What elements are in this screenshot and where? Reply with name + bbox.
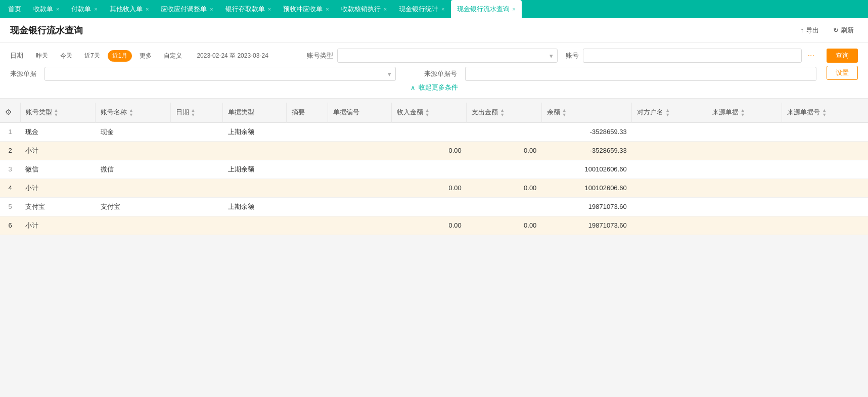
sort-icon-counterparty: ▲▼ [665, 108, 670, 117]
account-input[interactable] [583, 49, 802, 63]
close-icon-receipt[interactable]: × [56, 6, 59, 12]
nav-item-advance-offset[interactable]: 预收冲应收单× [277, 0, 335, 18]
source-doc-cell [707, 141, 782, 160]
account-label: 账号 [566, 51, 579, 60]
counterparty-cell [632, 160, 707, 179]
source-doc-select[interactable]: ▾ [44, 67, 396, 81]
row-number: 6 [0, 216, 20, 235]
row-number: 3 [0, 160, 20, 179]
source-doc-no-cell [782, 160, 868, 179]
close-icon-collect-exec[interactable]: × [384, 6, 387, 12]
close-icon-bank-deposit[interactable]: × [268, 6, 271, 12]
doc-type-cell: 上期余额 [223, 197, 287, 216]
col-header-counterparty[interactable]: 对方户名▲▼ [632, 103, 707, 122]
date-option-近1月[interactable]: 近1月 [108, 50, 132, 62]
date-option-自定义[interactable]: 自定义 [159, 50, 187, 62]
col-header-source_doc_no[interactable]: 来源单据号▲▼ [782, 103, 868, 122]
table-header: ⚙账号类型▲▼账号名称▲▼日期▲▼单据类型摘要单据编号收入金额▲▼支出金额▲▼余… [0, 103, 868, 122]
summary-cell [287, 216, 328, 235]
account-type-select[interactable]: ▾ [337, 49, 558, 63]
table-row: 6小计0.000.0019871073.60 [0, 216, 868, 235]
summary-cell [287, 141, 328, 160]
nav-item-cash-bank-flow[interactable]: 现金银行流水查询× [451, 0, 522, 18]
table-row: 3微信微信上期余额100102606.60 [0, 160, 868, 179]
account-more-button[interactable]: ··· [806, 51, 816, 60]
doc-type-cell [223, 179, 287, 197]
sort-icon-source_doc_no: ▲▼ [822, 108, 827, 117]
date-cell [170, 160, 223, 179]
nav-item-other-income[interactable]: 其他收入单× [104, 0, 155, 18]
col-header-summary: 摘要 [287, 103, 328, 122]
chevron-down-icon: ▾ [550, 52, 553, 60]
col-header-account_type[interactable]: 账号类型▲▼ [20, 103, 96, 122]
close-icon-other-income[interactable]: × [146, 6, 149, 12]
counterparty-cell [632, 122, 707, 141]
gear-icon[interactable]: ⚙ [5, 108, 12, 116]
income-cell [391, 122, 467, 141]
income-cell: 0.00 [391, 216, 467, 235]
collapse-bar[interactable]: ∧ 收起更多条件 [10, 81, 858, 92]
col-header-source_doc[interactable]: 来源单据▲▼ [707, 103, 782, 122]
date-option-更多[interactable]: 更多 [135, 50, 156, 62]
sort-icon-balance: ▲▼ [562, 108, 567, 117]
account-type-cell: 支付宝 [20, 197, 96, 216]
col-header-doc_no: 单据编号 [328, 103, 391, 122]
sort-icon-account_type: ▲▼ [54, 108, 59, 117]
col-header-date[interactable]: 日期▲▼ [170, 103, 223, 122]
source-doc-no-input[interactable] [465, 67, 816, 81]
expense-cell [467, 197, 542, 216]
income-cell [391, 197, 467, 216]
summary-cell [287, 160, 328, 179]
close-icon-ar-ap-adjust[interactable]: × [210, 6, 213, 12]
nav-item-home[interactable]: 首页 [2, 0, 27, 18]
col-header-income[interactable]: 收入金额▲▼ [391, 103, 467, 122]
account-name-cell: 微信 [96, 160, 171, 179]
account-type-label: 账号类型 [307, 51, 333, 60]
balance-cell: 19871073.60 [541, 197, 631, 216]
col-header-account_name[interactable]: 账号名称▲▼ [96, 103, 171, 122]
source-doc-label: 来源单据 [10, 69, 36, 78]
date-filter-label: 日期 [10, 51, 23, 60]
query-button[interactable]: 查询 [827, 49, 858, 63]
date-option-昨天[interactable]: 昨天 [31, 50, 53, 62]
date-cell [170, 122, 223, 141]
expense-cell [467, 122, 542, 141]
expense-cell: 0.00 [467, 179, 542, 197]
balance-cell: 100102606.60 [541, 179, 631, 197]
nav-item-bank-deposit[interactable]: 银行存取款单× [219, 0, 277, 18]
expense-cell: 0.00 [467, 141, 542, 160]
nav-item-collect-exec[interactable]: 收款核销执行× [335, 0, 393, 18]
doc-no-cell [328, 197, 391, 216]
table-row: 1现金现金上期余额-3528659.33 [0, 122, 868, 141]
nav-item-cash-bank-stat[interactable]: 现金银行统计× [393, 0, 450, 18]
summary-cell [287, 197, 328, 216]
nav-item-ar-ap-adjust[interactable]: 应收应付调整单× [155, 0, 219, 18]
nav-item-payment[interactable]: 付款单× [65, 0, 103, 18]
balance-cell: 100102606.60 [541, 160, 631, 179]
date-option-今天[interactable]: 今天 [56, 50, 77, 62]
account-name-cell [96, 141, 171, 160]
close-icon-payment[interactable]: × [94, 6, 97, 12]
expense-cell [467, 160, 542, 179]
close-icon-cash-bank-flow[interactable]: × [513, 6, 516, 12]
refresh-button[interactable]: ↻ 刷新 [829, 24, 858, 37]
close-icon-cash-bank-stat[interactable]: × [441, 6, 444, 12]
account-type-cell: 现金 [20, 122, 96, 141]
date-option-近7天[interactable]: 近7天 [80, 50, 105, 62]
counterparty-cell [632, 197, 707, 216]
col-header-balance[interactable]: 余额▲▼ [541, 103, 631, 122]
table-body: 1现金现金上期余额-3528659.332小计0.000.00-3528659.… [0, 122, 868, 235]
source-doc-cell [707, 122, 782, 141]
refresh-label: 刷新 [841, 26, 854, 35]
nav-item-receipt[interactable]: 收款单× [27, 0, 65, 18]
export-button[interactable]: ↑ 导出 [797, 24, 824, 37]
doc-no-cell [328, 216, 391, 235]
col-header-doc_type: 单据类型 [223, 103, 287, 122]
sort-icon-expense: ▲▼ [500, 108, 505, 117]
settings-button[interactable]: 设置 [827, 66, 858, 80]
close-icon-advance-offset[interactable]: × [326, 6, 329, 12]
source-doc-no-cell [782, 141, 868, 160]
col-header-expense[interactable]: 支出金额▲▼ [467, 103, 542, 122]
account-name-cell [96, 179, 171, 197]
table-row: 4小计0.000.00100102606.60 [0, 179, 868, 197]
